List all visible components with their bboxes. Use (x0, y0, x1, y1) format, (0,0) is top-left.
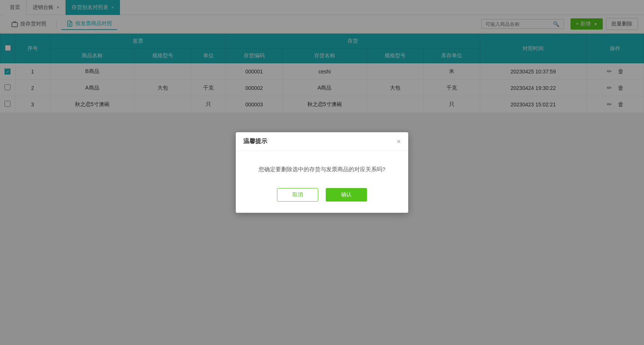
modal-overlay[interactable]: 温馨提示 × 您确定要删除选中的存货与发票商品的对应关系吗? 取消 确认 (0, 0, 644, 113)
